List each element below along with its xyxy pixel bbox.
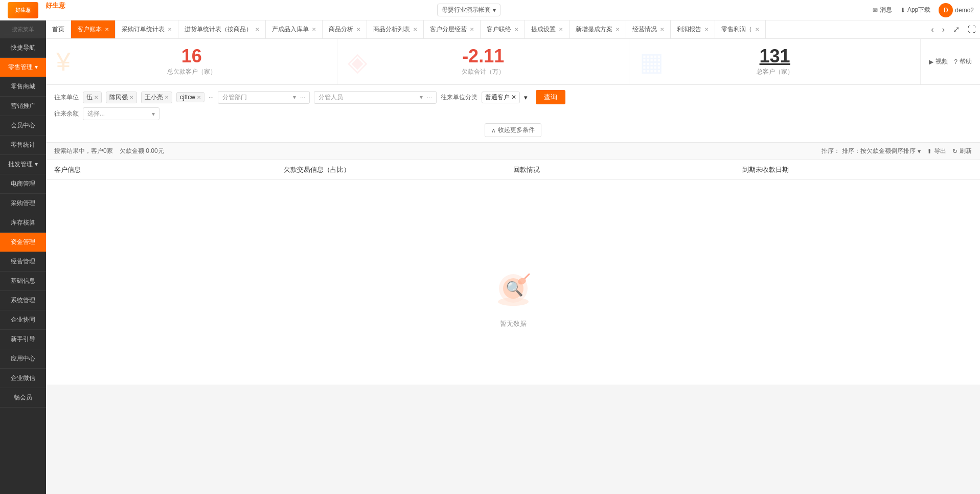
close-icon[interactable]: ✕	[105, 27, 109, 32]
filter-tag-unit1[interactable]: 伍 ✕	[83, 92, 102, 103]
remove-tag-unit2[interactable]: ✕	[129, 95, 133, 100]
filter-unit-type-label: 往来单位分类	[441, 93, 477, 102]
sidebar-item-marketing[interactable]: 营销推广	[0, 97, 46, 116]
close-icon[interactable]: ✕	[356, 27, 360, 32]
chevron-down-icon: ▾	[420, 94, 423, 101]
close-icon[interactable]: ✕	[413, 27, 417, 32]
remove-tag-unit4[interactable]: ✕	[197, 95, 201, 100]
sidebar-item-retail-stats[interactable]: 零售统计	[0, 136, 46, 155]
filter-tag-unit-type[interactable]: 普通客户 ✕	[482, 92, 520, 103]
chevron-up-icon: ∧	[491, 127, 496, 134]
close-icon[interactable]: ✕	[616, 27, 620, 32]
tab-customer-account[interactable]: 客户账本 ✕	[71, 20, 116, 39]
tab-fullscreen-button[interactable]: ⛶	[964, 25, 980, 34]
close-icon[interactable]: ✕	[168, 27, 172, 32]
remove-tag-unit3[interactable]: ✕	[165, 95, 169, 100]
app-download-button[interactable]: ⬇ App下载	[900, 6, 930, 14]
tab-propose-settings[interactable]: 提成设置 ✕	[525, 20, 569, 39]
tab-retail-profit[interactable]: 零售利润（ ✕	[715, 20, 766, 39]
close-icon[interactable]: ✕	[312, 27, 316, 32]
close-icon[interactable]: ✕	[255, 27, 259, 32]
sidebar-nav: 快捷导航 零售管理 ▾ 零售商城 营销推广 会员中心 零售统计 批发管理 ▾ 电…	[0, 38, 46, 494]
stats-bar: ¥ 16 总欠款客户（家） ◈ -2.11 欠款合计（万） ▦ 131 总客户（…	[46, 39, 980, 85]
message-button[interactable]: ✉ 消息	[873, 6, 892, 14]
sidebar-item-enterprise-wechat[interactable]: 企业微信	[0, 369, 46, 388]
tab-next-button[interactable]: ›	[938, 25, 949, 34]
tab-home[interactable]: 首页	[46, 20, 71, 39]
tab-product-analysis-list[interactable]: 商品分析列表 ✕	[367, 20, 424, 39]
filter-dept-select[interactable]: 分管部门 ▾ ···	[218, 91, 310, 104]
empty-illustration: 🔍	[490, 267, 536, 313]
expand-icon: ▾	[35, 161, 38, 168]
tab-purchase-order[interactable]: 采购订单统计表 ✕	[116, 20, 178, 39]
video-button[interactable]: ▶ 视频	[929, 57, 948, 66]
filter-unit-label: 往来单位	[54, 93, 79, 102]
sidebar-item-retail-mall[interactable]: 零售商城	[0, 77, 46, 97]
tab-product-stock[interactable]: 产成品入库单 ✕	[266, 20, 323, 39]
export-icon: ⬆	[927, 148, 932, 155]
filter-unit-type-dropdown[interactable]: ▾	[524, 94, 528, 101]
sidebar-item-retail-mgmt[interactable]: 零售管理 ▾	[0, 58, 46, 77]
sidebar-item-wholesale-mgmt[interactable]: 批发管理 ▾	[0, 155, 46, 174]
tab-product-analysis[interactable]: 商品分析 ✕	[323, 20, 367, 39]
tab-profit-report[interactable]: 利润报告 ✕	[671, 20, 715, 39]
sidebar-item-quick-nav[interactable]: 快捷导航	[0, 38, 46, 58]
stat-bg-icon-total: ▦	[640, 47, 664, 77]
close-icon[interactable]: ✕	[704, 27, 709, 32]
col-credit-info: 欠款交易信息（占比）	[284, 165, 513, 174]
filter-tag-unit2[interactable]: 陈民强 ✕	[106, 92, 137, 103]
account-dropdown[interactable]: 母婴行业演示帐套 ▾	[437, 4, 500, 16]
sidebar-item-vip-member[interactable]: 畅会员	[0, 388, 46, 408]
sidebar-item-ecommerce[interactable]: 电商管理	[0, 174, 46, 194]
tab-customer-tier[interactable]: 客户分层经营 ✕	[424, 20, 481, 39]
tab-new-proposal[interactable]: 新增提成方案 ✕	[569, 20, 626, 39]
sidebar-item-member-center[interactable]: 会员中心	[0, 116, 46, 136]
top-bar: 好 畅捷通好生意 标版 母婴行业演示帐套 ▾ ✉ 消息 ⬇ App下载 D de…	[0, 0, 980, 20]
results-summary: 搜索结果中，客户0家 欠款金额 0.00元	[54, 147, 164, 155]
sidebar-logo-inner: 好生意	[8, 2, 38, 18]
remove-tag-unit-type[interactable]: ✕	[511, 94, 516, 101]
close-icon[interactable]: ✕	[559, 27, 563, 32]
stat-total-customers: ▦ 131 总客户（家）	[629, 39, 921, 84]
stat-credit-customers: ¥ 16 总欠款客户（家）	[46, 39, 337, 84]
sidebar-item-app-center[interactable]: 应用中心	[0, 349, 46, 369]
query-button[interactable]: 查询	[536, 90, 565, 104]
close-icon[interactable]: ✕	[660, 27, 664, 32]
remove-tag-unit1[interactable]: ✕	[94, 95, 98, 100]
tab-instock-stat[interactable]: 进货单统计表（按商品） ✕	[178, 20, 266, 39]
tab-operation[interactable]: 经营情况 ✕	[626, 20, 671, 39]
filter-tag-unit4[interactable]: cjttcw ✕	[176, 92, 204, 102]
search-input[interactable]	[4, 25, 42, 34]
sidebar-item-enterprise-collab[interactable]: 企业协同	[0, 310, 46, 330]
tab-expand-button[interactable]: ⤢	[949, 25, 964, 34]
expand-icon: ▾	[35, 63, 38, 71]
close-icon[interactable]: ✕	[514, 27, 518, 32]
sidebar-item-system-mgmt[interactable]: 系统管理	[0, 291, 46, 310]
collapse-button[interactable]: ∧ 收起更多条件	[485, 123, 541, 137]
close-icon[interactable]: ✕	[470, 27, 474, 32]
refresh-button[interactable]: ↻ 刷新	[952, 147, 972, 155]
sort-select[interactable]: 排序： 排序：按欠款金额倒序排序 ▾	[822, 147, 921, 155]
user-profile[interactable]: D demo2	[939, 3, 974, 17]
filter-row-1: 往来单位 伍 ✕ 陈民强 ✕ 王小亮 ✕ cjttcw ✕ ··· 分管部门 ▾…	[54, 90, 972, 104]
message-icon: ✉	[873, 7, 878, 14]
help-button[interactable]: ? 帮助	[954, 57, 972, 66]
tab-prev-button[interactable]: ‹	[927, 25, 938, 34]
filter-balance-select[interactable]: 选择... ▾	[83, 107, 159, 120]
close-icon[interactable]: ✕	[755, 27, 759, 32]
filter-more-btn[interactable]: ···	[209, 94, 214, 101]
table-header: 客户信息 欠款交易信息（占比） 回款情况 到期未收款日期	[46, 160, 980, 180]
export-button[interactable]: ⬆ 导出	[927, 147, 946, 155]
sidebar-item-operation-mgmt[interactable]: 经营管理	[0, 252, 46, 272]
help-icon: ?	[954, 58, 958, 65]
sidebar-item-basic-info[interactable]: 基础信息	[0, 272, 46, 291]
sidebar-item-new-guide[interactable]: 新手引导	[0, 330, 46, 349]
sidebar-item-purchase[interactable]: 采购管理	[0, 194, 46, 213]
sidebar-item-capital-mgmt[interactable]: 资金管理	[0, 233, 46, 252]
sidebar-item-inventory[interactable]: 库存核算	[0, 213, 46, 233]
main-content: ¥ 16 总欠款客户（家） ◈ -2.11 欠款合计（万） ▦ 131 总客户（…	[46, 39, 980, 494]
tab-customer-contact[interactable]: 客户联络 ✕	[481, 20, 525, 39]
filter-tag-unit3[interactable]: 王小亮 ✕	[141, 92, 172, 103]
play-icon: ▶	[929, 58, 933, 65]
filter-person-select[interactable]: 分管人员 ▾ ···	[314, 91, 437, 104]
